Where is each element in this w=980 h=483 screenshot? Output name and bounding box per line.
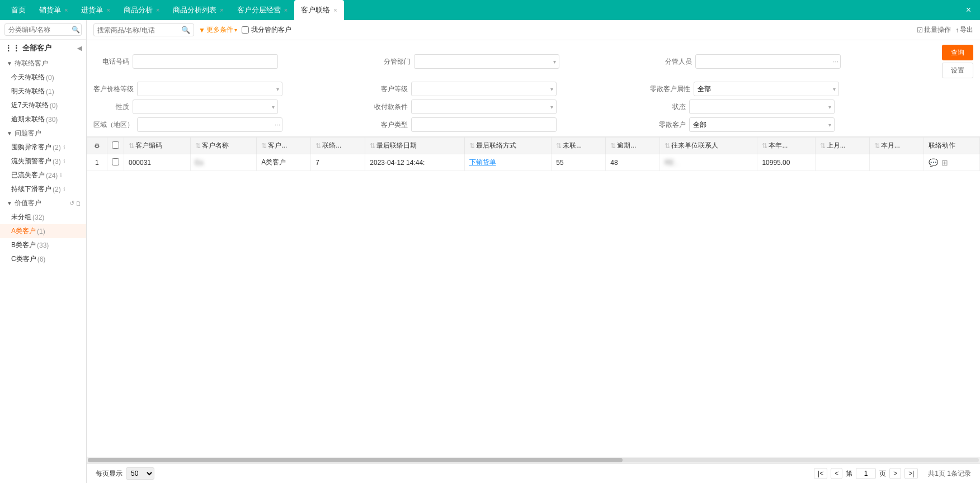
sidebar-item[interactable]: 近7天待联络(0) [0,98,86,112]
sort-name-icon[interactable]: ⇅ [195,142,201,150]
refresh-icon[interactable]: ↺ [69,200,74,207]
sort-date-icon[interactable]: ⇅ [370,142,375,150]
row-select-checkbox[interactable] [112,158,119,165]
sidebar-item[interactable]: C类客户(6) [0,252,86,266]
query-button[interactable]: 查询 [942,45,973,60]
sidebar-item[interactable]: A类客户(1) [0,224,86,238]
nav-tab-进货单[interactable]: 进货单× [74,0,116,20]
sort-lmonth-icon[interactable]: ⇅ [820,142,826,150]
sidebar-item[interactable]: 囤购异常客户(2)ℹ [0,140,86,154]
sort-method-icon[interactable]: ⇅ [469,142,475,150]
filter-payment-select[interactable] [411,100,557,114]
sort-liaison-icon[interactable]: ⇅ [665,142,670,150]
tab-close-icon[interactable]: × [220,7,223,13]
last-page-button[interactable]: >| [904,468,918,479]
prev-page-button[interactable]: < [831,468,842,479]
last-method-link[interactable]: 下销货单 [469,158,496,166]
sidebar-group-价值客户[interactable]: ▼价值客户↺🗋 [0,196,86,210]
sidebar-item[interactable]: 流失预警客户(3)ℹ [0,154,86,168]
export-button[interactable]: ↑ 导出 [955,25,973,35]
scrollbar-thumb[interactable] [88,458,623,462]
col-year-label: 本年... [769,141,788,150]
filter-retail-select[interactable]: 全部 [694,82,839,96]
filter-retail2-select[interactable]: 全部 [689,117,835,132]
filter-person-label: 分管人员 [656,57,692,67]
page-size-select[interactable]: 50 100 [126,467,154,480]
nav-tab-商品分析[interactable]: 商品分析× [117,0,166,20]
row-last-method[interactable]: 下销货单 [464,154,552,171]
customer-table: ⚙ ⇅客户编码 ⇅客户名称 ⇅客户... ⇅联络... ⇅最后联络日期 ⇅最后联… [87,137,980,171]
filter-dept-select[interactable] [414,54,559,69]
sort-year-icon[interactable]: ⇅ [762,142,767,150]
sort-code-icon[interactable]: ⇅ [129,142,134,150]
group-arrow-icon: ▼ [7,200,12,206]
batch-ops-button[interactable]: ☑ 批量操作 [917,25,951,35]
horizontal-scrollbar[interactable] [87,457,980,463]
my-customer-check[interactable] [242,26,249,34]
page-number-input[interactable] [856,468,876,479]
sidebar-item[interactable]: 持续下滑客户(2)ℹ [0,182,86,196]
row-level: A类客户 [257,154,311,171]
comment-icon[interactable]: 💬 [929,158,938,167]
row-checkbox-cell[interactable] [107,154,124,171]
filter-nature-select[interactable] [133,100,278,114]
gear-settings-icon[interactable]: ⚙ [94,142,100,150]
col-tmonth-label: 本月... [881,141,900,150]
sort-overdue-icon[interactable]: ⇅ [610,142,616,150]
sidebar-item[interactable]: 明天待联络(1) [0,84,86,98]
nav-tab-销货单[interactable]: 销货单× [32,0,74,20]
sort-level-icon[interactable]: ⇅ [261,142,267,150]
sidebar-item[interactable]: 今天待联络(0) [0,70,86,84]
nav-tab-客户联络[interactable]: 客户联络× [294,0,343,20]
tab-close-icon[interactable]: × [284,7,288,13]
sidebar-group-待联络客户[interactable]: ▼待联络客户 [0,56,86,70]
filter-nature: 性质 ▾ [93,100,372,114]
col-level: ⇅客户... [257,138,311,154]
filter-phone-input[interactable] [133,54,278,69]
my-customer-checkbox[interactable]: 我分管的客户 [242,25,291,35]
add-icon[interactable]: 🗋 [76,200,82,207]
filter-more-button[interactable]: ▼ 更多条件 ▾ [199,25,237,35]
nav-tab-客户分层经营[interactable]: 客户分层经营× [230,0,294,20]
col-checkbox[interactable] [107,138,124,154]
all-customers-header[interactable]: ⋮⋮ 全部客户 ◀ [0,40,86,56]
item-count: (24) [46,172,58,179]
filter-region-input[interactable] [137,117,282,132]
item-label: 流失预警客户 [11,157,51,166]
filter-ctype-input[interactable] [411,117,557,132]
toolbar-search-input[interactable] [97,26,181,34]
collapse-icon[interactable]: ◀ [77,45,82,52]
grid-icon[interactable]: ⊞ [941,158,948,167]
nav-home[interactable]: 首页 [4,0,32,20]
tab-close-icon[interactable]: × [64,7,68,13]
sidebar-item[interactable]: 未分组(32) [0,210,86,224]
tab-close-icon[interactable]: × [156,7,159,13]
filter-price-select[interactable] [137,82,282,96]
col-gear[interactable]: ⚙ [87,138,107,154]
col-overdue: ⇅逾期... [606,138,660,154]
sidebar-item[interactable]: 逾期未联络(30) [0,112,86,126]
nav-tab-商品分析列表[interactable]: 商品分析列表× [166,0,230,20]
sidebar-item[interactable]: B类客户(33) [0,238,86,252]
filter-person-input[interactable] [695,54,841,69]
sidebar-search-input[interactable] [4,23,82,36]
sidebar-item[interactable]: 已流失客户(24)ℹ [0,168,86,182]
close-all-button[interactable]: × [962,5,976,15]
sort-contact-icon[interactable]: ⇅ [315,142,321,150]
tab-close-icon[interactable]: × [106,7,110,13]
sort-tmonth-icon[interactable]: ⇅ [874,142,880,150]
export-label: 导出 [960,25,973,35]
person-more-icon[interactable]: ··· [833,58,838,65]
sidebar-group-问题客户[interactable]: ▼问题客户 [0,126,86,140]
region-more-icon[interactable]: ··· [275,121,280,129]
set-button[interactable]: 设置 [942,63,973,78]
sort-no-icon[interactable]: ⇅ [556,142,562,150]
tab-close-icon[interactable]: × [333,7,337,13]
filter-status-select[interactable] [689,100,835,114]
main-layout: 🔍 ⋮⋮ 全部客户 ◀ ▼待联络客户今天待联络(0)明天待联络(1)近7天待联络… [0,20,980,483]
next-page-button[interactable]: > [889,468,901,479]
select-all-checkbox[interactable] [112,141,119,149]
first-page-button[interactable]: |< [814,468,827,479]
item-label: A类客户 [11,226,36,236]
filter-clevel-select[interactable] [411,82,557,96]
